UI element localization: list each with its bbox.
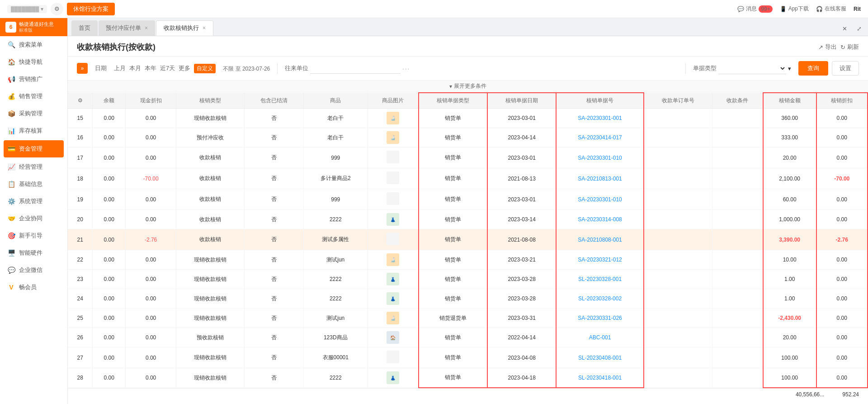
row-include-settled: 否 (244, 289, 303, 309)
setting-button[interactable]: 设置 (832, 61, 859, 76)
tab-prepay[interactable]: 预付冲应付单 × (99, 20, 155, 36)
row-verify-bill-type: 销货退货单 (419, 309, 487, 328)
bill-no-link[interactable]: SA-20230314-008 (578, 216, 622, 223)
finance-icon: 💳 (7, 145, 15, 152)
row-receipt-condition (712, 147, 763, 168)
col-verify-bill-type: 核销单据类型 (419, 93, 487, 109)
row-no: 18 (68, 168, 93, 189)
tab-collection-close[interactable]: × (203, 25, 206, 31)
phone-icon: 📱 (780, 6, 787, 12)
col-verify-discount: 核销折扣 (816, 93, 868, 109)
sidebar-item-system[interactable]: ⚙️ 系统管理 (0, 193, 67, 210)
bill-type-select[interactable] (718, 62, 786, 74)
sidebar-item-wechat[interactable]: 💬 企业微信 (0, 261, 67, 279)
tab-collection[interactable]: 收款核销执行 × (156, 20, 213, 36)
date-last-month[interactable]: 上月 (114, 64, 126, 72)
sidebar-item-operations[interactable]: 📈 经营管理 (0, 158, 67, 176)
row-receipt-condition (712, 328, 763, 347)
row-product: 2222 (303, 270, 368, 289)
row-balance: 0.00 (93, 128, 126, 147)
sidebar-item-finance[interactable]: 💳 资金管理 (4, 140, 64, 157)
col-settings[interactable]: ⚙ (68, 93, 93, 109)
date-this-year[interactable]: 本年 (145, 64, 156, 72)
headset-icon: 🎧 (816, 6, 823, 12)
bill-no-link[interactable]: SA-20210813-001 (578, 176, 622, 182)
row-receipt-condition (712, 210, 763, 229)
online-service-link[interactable]: 🎧 在线客服 (816, 5, 846, 13)
row-verify-bill-type: 销货单 (419, 289, 487, 309)
row-product: 2222 (303, 368, 368, 388)
logo-area: 6 畅捷通道好生意 标准版 (0, 18, 67, 36)
row-product: 999 (303, 189, 368, 210)
date-custom-btn[interactable]: 自定义 (194, 64, 216, 73)
close-tab-icon[interactable]: ✕ (839, 23, 850, 34)
tab-home[interactable]: 首页 (71, 20, 98, 36)
sidebar-item-sales[interactable]: 💰 销售管理 (0, 88, 67, 105)
company-select[interactable]: ████████ ▾ (7, 5, 47, 13)
product-image: 🍶 (387, 112, 399, 124)
date-this-month[interactable]: 本月 (129, 64, 141, 72)
expand-tab-icon[interactable]: ⤢ (854, 23, 864, 34)
table-row: 24 0.00 0.00 现销收款核销 否 2222 👗 销货单 2023-03… (68, 289, 868, 309)
bill-no-link[interactable]: SA-20230414-017 (578, 134, 622, 141)
industry-button[interactable]: 休馆行业方案 (67, 3, 115, 15)
sidebar-item-purchase[interactable]: 📦 采购管理 (0, 105, 67, 122)
row-verify-bill-no: SA-20230331-026 (556, 309, 643, 328)
bill-no-link[interactable]: SL-20230408-001 (578, 355, 622, 361)
bill-no-link[interactable]: SA-20230301-010 (578, 155, 622, 161)
counterpart-input[interactable] (310, 63, 401, 74)
user-label[interactable]: Rit (854, 6, 861, 12)
sidebar-item-marketing[interactable]: 📢 营销推广 (0, 71, 67, 88)
settings-icon[interactable]: ⚙ (51, 3, 63, 15)
app-download-link[interactable]: 📱 App下载 (780, 5, 809, 13)
row-verify-bill-type: 销货单 (419, 210, 487, 229)
sidebar-item-inventory[interactable]: 📊 库存核算 (0, 122, 67, 139)
row-balance: 0.00 (93, 309, 126, 328)
row-receipt-order (644, 210, 712, 229)
page-actions: ↗ 导出 ↻ 刷新 (818, 43, 859, 51)
export-button[interactable]: ↗ 导出 (818, 43, 837, 51)
row-include-settled: 否 (244, 309, 303, 328)
refresh-button[interactable]: ↻ 刷新 (840, 43, 859, 51)
tab-prepay-close[interactable]: × (145, 25, 148, 31)
row-receipt-condition (712, 109, 763, 128)
row-cash-discount: 0.00 (126, 289, 176, 309)
sidebar-item-hardware[interactable]: 🖥️ 智能硬件 (0, 244, 67, 261)
bill-no-link[interactable]: SL-20230418-001 (578, 375, 622, 381)
row-no: 17 (68, 147, 93, 168)
row-receipt-condition (712, 289, 763, 309)
row-no: 15 (68, 109, 93, 128)
bill-no-link[interactable]: SA-20230321-012 (578, 257, 622, 263)
bill-no-link[interactable]: SL-20230328-002 (578, 295, 622, 302)
row-balance: 0.00 (93, 250, 126, 270)
filter-toggle-btn[interactable]: » (77, 63, 88, 74)
sidebar-item-guide[interactable]: 🎯 新手引导 (0, 227, 67, 244)
row-verify-bill-no: SL-20230328-002 (556, 289, 643, 309)
date-7days[interactable]: 近7天 (160, 64, 175, 72)
col-include-settled: 包含已结清 (244, 93, 303, 109)
company-name: ████████ (11, 6, 39, 12)
messages-link[interactable]: 💬 消息 99+ (737, 5, 772, 13)
bill-no-link[interactable]: SL-20230328-001 (578, 276, 622, 282)
date-more[interactable]: 更多 (179, 64, 190, 72)
sidebar-item-corp[interactable]: 🤝 企业协同 (0, 210, 67, 227)
row-receipt-order (644, 147, 712, 168)
product-image (387, 171, 399, 184)
bill-no-link[interactable]: SA-20210808-001 (578, 237, 622, 243)
sidebar-item-member[interactable]: V 畅会员 (0, 279, 67, 296)
sidebar-item-nav[interactable]: 🏠 快捷导航 (0, 53, 67, 71)
sidebar-item-base-info[interactable]: 📋 基础信息 (0, 176, 67, 193)
col-receipt-order: 收款单订单号 (644, 93, 712, 109)
query-button[interactable]: 查询 (798, 61, 828, 76)
bill-no-link[interactable]: ABC-001 (589, 334, 611, 341)
row-verify-discount: 0.00 (816, 250, 868, 270)
expand-more-btn[interactable]: ▾ 展开更多条件 (449, 82, 486, 90)
row-verify-amount: 360.00 (763, 109, 816, 128)
sidebar-item-search[interactable]: 🔍 搜索菜单 (0, 36, 67, 53)
bill-no-link[interactable]: SA-20230301-010 (578, 196, 622, 203)
row-verify-bill-type: 销货单 (419, 109, 487, 128)
row-verify-bill-type: 销货单 (419, 368, 487, 388)
row-verify-discount: 0.00 (816, 328, 868, 347)
bill-no-link[interactable]: SA-20230301-001 (578, 115, 622, 121)
bill-no-link[interactable]: SA-20230331-026 (578, 315, 622, 321)
